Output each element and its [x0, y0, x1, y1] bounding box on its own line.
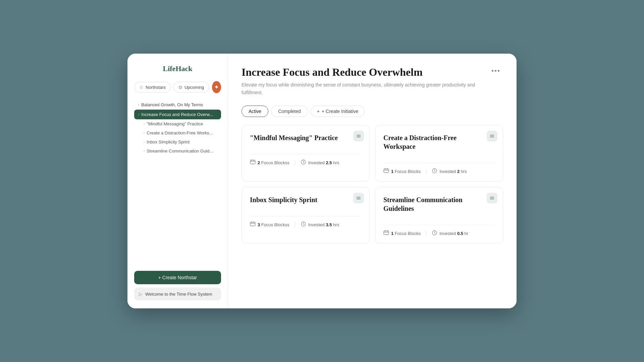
chevron-icon: › [144, 149, 145, 153]
svg-line-19 [435, 171, 436, 172]
chevron-icon: › [144, 131, 145, 135]
focus-blocks-icon [250, 221, 256, 228]
focus-blocks-count: 1 Focus Blocks [391, 169, 421, 174]
card-stats: 2 Focus Blockss Invested 2.5 hrs [250, 154, 361, 166]
upcoming-label: Upcoming [184, 85, 204, 90]
play-icon: ▷ [139, 291, 143, 297]
card-title: Inbox Simplicity Sprint [250, 195, 361, 204]
northstars-label: Northstars [146, 85, 166, 90]
svg-rect-22 [357, 199, 361, 200]
svg-rect-1 [357, 136, 361, 136]
focus-blocks-icon [250, 159, 256, 166]
clock-stat-icon [301, 221, 306, 228]
create-initiative-label: + Create Initiative [322, 109, 358, 114]
svg-rect-15 [387, 168, 388, 170]
card-menu-button[interactable] [353, 131, 364, 141]
svg-rect-32 [490, 199, 494, 200]
svg-rect-20 [357, 197, 361, 197]
fab-button[interactable]: ✦ [212, 81, 221, 93]
svg-rect-13 [384, 169, 389, 173]
svg-rect-14 [385, 168, 385, 170]
svg-rect-34 [385, 230, 385, 232]
card-menu-button[interactable] [353, 193, 364, 203]
svg-rect-30 [490, 197, 494, 197]
tree-section: › Balanced Growth, On My Terms ‹ Increas… [134, 100, 221, 265]
welcome-button[interactable]: ▷ Welcome to the Time Flow System [134, 288, 221, 300]
sidebar: LifeHack ☆ Northstars ⊙ Upcoming ✦ › Bal… [127, 54, 228, 308]
svg-line-39 [435, 233, 436, 234]
clock-stat-icon [432, 230, 437, 237]
page-description: Elevate my focus while diminishing the s… [241, 81, 483, 96]
invested-value: Invested 2.5 hrs [308, 160, 339, 165]
svg-rect-31 [490, 198, 494, 198]
tree-child-mindful-messaging[interactable]: › "Mindful Messaging" Practice [134, 119, 221, 128]
tree-child-inbox-simplicity[interactable]: › Inbox Simplicity Sprint [134, 137, 221, 146]
more-menu-button[interactable]: ••• [489, 66, 503, 76]
svg-line-9 [303, 162, 304, 163]
initiative-card-mindful-messaging: "Mindful Messaging" Practice 2 Focus Blo… [241, 125, 370, 182]
card-title: Streamline Communication Guidelines [383, 195, 495, 213]
tab-bar: Active Completed + + Create Initiative [241, 106, 503, 117]
svg-rect-23 [250, 222, 255, 226]
svg-rect-4 [251, 160, 252, 161]
initiative-card-inbox-simplicity: Inbox Simplicity Sprint 3 Focus Blockss [241, 187, 370, 244]
tab-active[interactable]: Active [241, 106, 268, 117]
tab-completed[interactable]: Completed [271, 106, 308, 117]
focus-blocks-count: 3 Focus Blockss [258, 222, 289, 227]
card-stats: 1 Focus Blocks Invested 2 hrs [383, 163, 495, 175]
plus-icon: + [317, 109, 320, 114]
clock-icon: ⊙ [178, 84, 182, 90]
tree-child-distraction-free[interactable]: › Create a Distraction-Free Works... [134, 128, 221, 137]
chevron-icon: › [144, 122, 145, 126]
svg-line-29 [303, 224, 304, 225]
fab-icon: ✦ [214, 83, 219, 91]
tree-item-balanced-growth[interactable]: › Balanced Growth, On My Terms [134, 100, 221, 110]
invested-stat: Invested 0.5 hr [432, 230, 468, 237]
focus-blocks-stat: 2 Focus Blockss [250, 159, 289, 166]
stat-divider [426, 231, 426, 236]
chevron-icon: ‹ [138, 113, 139, 116]
create-initiative-button[interactable]: + + Create Initiative [311, 106, 365, 117]
clock-stat-icon [432, 168, 437, 175]
focus-blocks-count: 2 Focus Blockss [258, 160, 289, 165]
invested-stat: Invested 3.5 hrs [301, 221, 339, 228]
nav-tabs: ☆ Northstars ⊙ Upcoming ✦ [134, 81, 221, 93]
focus-blocks-icon [383, 230, 389, 237]
tree-item-increase-focus[interactable]: ‹ Increase Focus and Reduce Overw... [134, 110, 221, 119]
svg-rect-33 [384, 231, 389, 235]
clock-stat-icon [301, 159, 306, 166]
initiatives-grid: "Mindful Messaging" Practice 2 Focus Blo… [241, 125, 503, 244]
main-header: Increase Focus and Reduce Overwhelm ••• [241, 66, 503, 78]
svg-rect-25 [254, 222, 254, 223]
tree-item-label: Balanced Growth, On My Terms [141, 102, 203, 107]
card-menu-button[interactable] [487, 131, 497, 141]
tree-child-streamline-comm[interactable]: › Streamline Communication Guid... [134, 146, 221, 156]
tree-child-label: Inbox Simplicity Sprint [147, 139, 190, 144]
chevron-icon: › [144, 140, 145, 144]
focus-blocks-stat: 1 Focus Blocks [383, 230, 421, 237]
tree-child-label: "Mindful Messaging" Practice [147, 121, 203, 126]
svg-rect-24 [251, 222, 252, 223]
initiative-card-streamline-comm: Streamline Communication Guidelines 1 Fo… [375, 187, 503, 244]
northstars-tab[interactable]: ☆ Northstars [134, 82, 171, 93]
tree-item-label: Increase Focus and Reduce Overw... [141, 112, 213, 117]
svg-rect-2 [357, 137, 361, 138]
svg-rect-35 [387, 230, 388, 232]
stat-divider [426, 169, 426, 174]
svg-rect-0 [357, 135, 361, 135]
svg-rect-3 [250, 160, 255, 164]
card-stats: 1 Focus Blocks Invested 0.5 hr [383, 225, 495, 237]
welcome-label: Welcome to the Time Flow System [145, 292, 212, 297]
svg-rect-10 [490, 135, 494, 135]
create-northstar-button[interactable]: + Create Northstar [134, 271, 221, 284]
upcoming-tab[interactable]: ⊙ Upcoming [173, 82, 209, 93]
page-title: Increase Focus and Reduce Overwhelm [241, 66, 423, 78]
tree-child-label: Streamline Communication Guid... [147, 148, 213, 154]
card-stats: 3 Focus Blockss Invested 3.5 hrs [250, 216, 361, 228]
invested-value: Invested 3.5 hrs [308, 222, 339, 227]
card-menu-button[interactable] [487, 193, 497, 203]
chevron-icon: › [138, 103, 139, 107]
focus-blocks-count: 1 Focus Blocks [391, 231, 421, 236]
focus-blocks-stat: 1 Focus Blocks [383, 168, 421, 175]
stat-divider [295, 222, 295, 227]
